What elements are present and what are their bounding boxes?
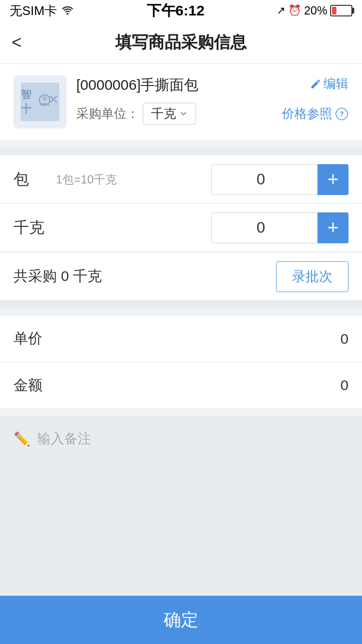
confirm-button[interactable]: 确定 — [0, 596, 362, 644]
product-card: 智十 [0000006]手撕面包 编辑 采购单位： — [0, 64, 362, 140]
product-name: [0000006]手撕面包 — [76, 75, 198, 95]
kg-input-group: + — [211, 212, 348, 243]
battery-percent: 20% — [304, 4, 327, 17]
carrier-text: 无SIM卡 — [10, 2, 57, 19]
pack-sub-label: 1包=10千克 — [56, 172, 117, 187]
section-divider-1 — [0, 148, 362, 155]
nav-bar: < 填写商品采购信息 — [0, 21, 362, 64]
unit-select[interactable]: 千克 — [143, 103, 196, 125]
pack-input-group: + — [211, 164, 348, 195]
product-header: [0000006]手撕面包 编辑 — [76, 75, 348, 95]
status-left: 无SIM卡 — [10, 2, 74, 19]
unit-price-label: 单价 — [14, 329, 42, 349]
product-image: 智十 — [14, 75, 67, 128]
kg-plus-button[interactable]: + — [318, 212, 348, 243]
edit-button[interactable]: 编辑 — [310, 75, 348, 92]
price-section: 单价 0 金额 0 — [0, 316, 362, 408]
alarm-icon: ⏰ — [288, 4, 301, 17]
status-time: 下午6:12 — [147, 1, 205, 21]
notes-section[interactable]: ✏️ 输入备注 — [0, 416, 362, 462]
battery-fill — [332, 7, 337, 14]
price-reference-button[interactable]: 价格参照 ? — [282, 105, 348, 122]
back-button[interactable]: < — [12, 32, 22, 53]
kg-quantity-input[interactable] — [211, 212, 318, 243]
input-section: 包 1包=10千克 + 千克 + 共采购 0 千克 录批次 — [0, 155, 362, 300]
amount-value: 0 — [340, 377, 348, 393]
batch-record-button[interactable]: 录批次 — [276, 261, 348, 292]
pack-label: 包 — [14, 169, 52, 190]
kg-input-row: 千克 + — [0, 204, 362, 252]
product-meta: 采购单位： 千克 价格参照 ? — [76, 103, 348, 125]
status-bar: 无SIM卡 下午6:12 ↗ ⏰ 20% — [0, 0, 362, 21]
pack-input-row: 包 1包=10千克 + — [0, 155, 362, 204]
unit-label: 采购单位： 千克 — [76, 103, 196, 125]
wifi-icon — [61, 3, 74, 18]
amount-row: 金额 0 — [0, 362, 362, 408]
product-info: [0000006]手撕面包 编辑 采购单位： 千克 价格参照 — [76, 75, 348, 125]
product-thumbnail: 智十 — [21, 83, 59, 121]
status-right: ↗ ⏰ 20% — [277, 4, 352, 17]
notes-placeholder: 输入备注 — [37, 430, 91, 448]
battery-indicator — [330, 5, 352, 16]
kg-label: 千克 — [14, 217, 52, 238]
pack-plus-button[interactable]: + — [318, 164, 348, 195]
amount-label: 金额 — [14, 376, 42, 395]
summary-section: 共采购 0 千克 录批次 — [0, 252, 362, 300]
page-title: 填写商品采购信息 — [115, 31, 247, 54]
location-icon: ↗ — [277, 4, 285, 17]
svg-point-1 — [43, 97, 46, 100]
total-text: 共采购 0 千克 — [14, 266, 102, 286]
pencil-icon: ✏️ — [14, 431, 30, 447]
unit-price-row: 单价 0 — [0, 316, 362, 362]
pack-quantity-input[interactable] — [211, 164, 318, 195]
unit-price-value: 0 — [340, 331, 348, 347]
svg-text:?: ? — [340, 110, 344, 118]
section-divider-2 — [0, 300, 362, 308]
total-value: 0 — [61, 268, 69, 284]
